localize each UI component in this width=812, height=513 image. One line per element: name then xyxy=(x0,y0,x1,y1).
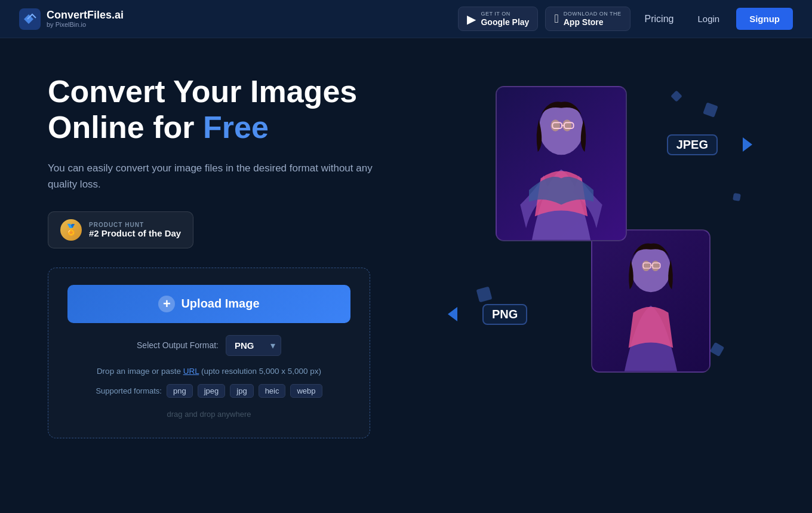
image-frame-top xyxy=(496,86,627,241)
png-arrow-group: PNG xyxy=(448,303,527,325)
drop-info: Drop an image or paste URL (upto resolut… xyxy=(67,367,350,376)
cube-decoration-4 xyxy=(710,342,725,357)
nav-right: ▶ GET IT ON Google Play  Download on th… xyxy=(458,7,793,32)
product-hunt-badge: 🏅 PRODUCT HUNT #2 Product of the Day xyxy=(48,211,193,248)
google-play-small: GET IT ON xyxy=(481,11,529,17)
drop-text-prefix: Drop an image or paste xyxy=(97,367,183,376)
navbar: ConvertFiles.ai by PixelBin.io ▶ GET IT … xyxy=(0,0,812,38)
app-store-badge[interactable]:  Download on the App Store xyxy=(545,7,630,32)
format-select[interactable]: PNG JPEG JPG WEBP HEIC xyxy=(226,335,281,356)
format-tag-png: png xyxy=(167,384,193,398)
upload-button-label: Upload Image xyxy=(181,297,259,311)
select-wrapper: PNG JPEG JPG WEBP HEIC xyxy=(226,335,281,356)
hero-illustration: JPEG xyxy=(478,86,728,373)
pricing-link[interactable]: Pricing xyxy=(638,9,681,29)
right-panel: JPEG xyxy=(442,74,764,373)
headline-free: Free xyxy=(203,110,269,145)
supported-formats: Supported formats: png jpeg jpg heic web… xyxy=(67,384,350,398)
png-label: PNG xyxy=(482,304,527,325)
google-play-icon: ▶ xyxy=(467,12,476,26)
logo-icon xyxy=(19,8,41,30)
cube-decoration-1 xyxy=(703,102,718,118)
format-tag-jpeg: jpeg xyxy=(198,384,226,398)
apple-icon:  xyxy=(554,12,558,26)
google-play-badge[interactable]: ▶ GET IT ON Google Play xyxy=(458,7,538,32)
supported-label: Supported formats: xyxy=(96,386,162,395)
person-illustration-bottom xyxy=(592,231,709,371)
google-play-large: Google Play xyxy=(481,17,529,27)
image-frame-bottom xyxy=(591,229,710,373)
product-hunt-text: PRODUCT HUNT #2 Product of the Day xyxy=(89,222,181,238)
headline-line1: Convert Your Images xyxy=(48,74,357,109)
logo-main-text: ConvertFiles.ai xyxy=(47,10,124,21)
login-link[interactable]: Login xyxy=(688,9,729,29)
format-row: Select Output Format: PNG JPEG JPG WEBP … xyxy=(67,335,350,356)
app-store-text: Download on the App Store xyxy=(564,11,622,27)
jpeg-label: JPEG xyxy=(667,134,718,155)
drop-text-suffix: (upto resolution 5,000 x 5,000 px) xyxy=(199,367,321,376)
subtitle: You can easily convert your image files … xyxy=(48,160,382,192)
cube-decoration-5 xyxy=(733,193,741,201)
format-tag-heic: heic xyxy=(259,384,286,398)
left-panel: Convert Your Images Online for Free You … xyxy=(48,74,418,438)
main-content: Convert Your Images Online for Free You … xyxy=(0,38,812,462)
upload-button[interactable]: + Upload Image xyxy=(67,285,350,323)
drag-hint: drag and drop anywhere xyxy=(67,410,350,419)
logo-text: ConvertFiles.ai by PixelBin.io xyxy=(47,10,124,29)
svg-point-9 xyxy=(631,245,671,292)
logo[interactable]: ConvertFiles.ai by PixelBin.io xyxy=(19,8,124,30)
upload-box: + Upload Image Select Output Format: PNG… xyxy=(48,268,370,438)
jpeg-arrow-group: JPEG xyxy=(667,134,752,155)
headline-line2-prefix: Online for xyxy=(48,110,203,145)
person-illustration-top xyxy=(497,87,626,240)
arrow-left-icon xyxy=(448,303,478,325)
app-store-large: App Store xyxy=(564,17,622,27)
format-tag-webp: webp xyxy=(290,384,322,398)
plus-icon: + xyxy=(158,296,175,312)
cube-decoration-2 xyxy=(670,90,682,102)
format-label: Select Output Format: xyxy=(137,340,219,350)
cube-decoration-3 xyxy=(476,287,493,303)
logo-sub-text: by PixelBin.io xyxy=(47,21,124,28)
product-hunt-title: #2 Product of the Day xyxy=(89,228,181,238)
signup-button[interactable]: Signup xyxy=(736,8,793,30)
arrow-right-icon xyxy=(722,134,752,155)
google-play-text: GET IT ON Google Play xyxy=(481,11,529,27)
product-hunt-label: PRODUCT HUNT xyxy=(89,222,181,228)
url-link[interactable]: URL xyxy=(183,367,199,376)
app-store-small: Download on the xyxy=(564,11,622,17)
format-tag-jpg: jpg xyxy=(230,384,253,398)
headline: Convert Your Images Online for Free xyxy=(48,74,418,146)
product-hunt-medal: 🏅 xyxy=(60,219,82,241)
